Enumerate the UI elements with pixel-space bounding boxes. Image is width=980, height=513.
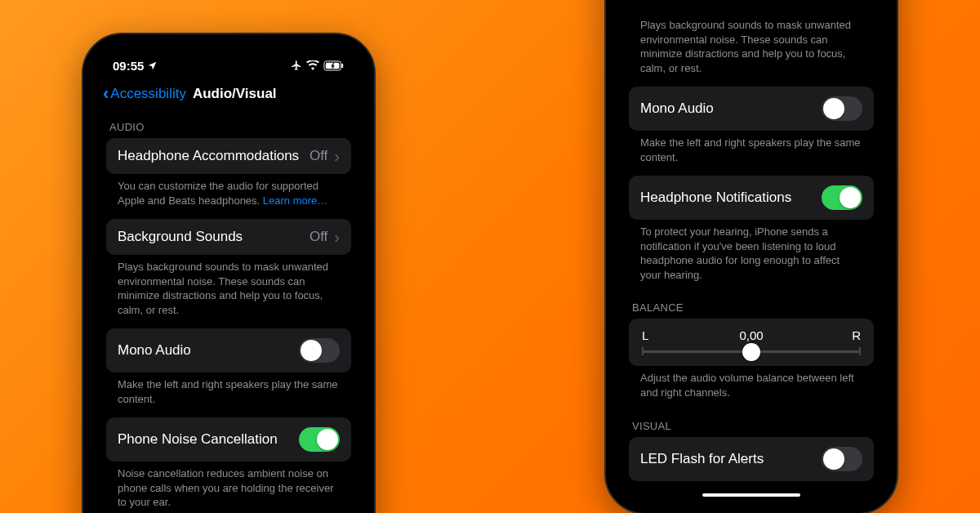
section-header-balance: BALANCE — [617, 293, 885, 319]
row-description: Plays background sounds to mask unwanted… — [617, 18, 885, 87]
row-headphone-accommodations[interactable]: Headphone Accommodations Off › — [106, 138, 351, 174]
row-background-sounds[interactable]: Background Sounds Off › — [106, 219, 351, 255]
row-label: Phone Noise Cancellation — [118, 431, 278, 448]
toggle-headphone-notifications[interactable] — [822, 185, 862, 210]
row-label: Mono Audio — [640, 100, 714, 117]
row-label: Headphone Accommodations — [118, 148, 299, 164]
row-value: Off — [310, 148, 327, 164]
balance-right-label: R — [852, 328, 861, 342]
row-mono-audio: Mono Audio — [106, 328, 351, 372]
row-phone-noise-cancellation: Phone Noise Cancellation — [106, 417, 351, 462]
row-description: Noise cancellation reduces ambient noise… — [95, 462, 363, 513]
slider-thumb[interactable] — [742, 343, 760, 361]
nav-bar: ‹ Accessibility Audio/Visual — [95, 78, 363, 113]
chevron-left-icon: ‹ — [103, 83, 109, 105]
balance-value: 0,00 — [739, 328, 763, 342]
chevron-right-icon: › — [334, 229, 340, 245]
row-mono-audio: Mono Audio — [629, 87, 874, 131]
page-title: Audio/Visual — [193, 86, 277, 102]
section-header-audio: AUDIO — [95, 113, 363, 138]
balance-left-label: L — [642, 328, 648, 342]
learn-more-link[interactable]: Learn more… — [263, 194, 327, 207]
row-label: LED Flash for Alerts — [640, 451, 764, 467]
toggle-mono-audio[interactable] — [822, 96, 862, 121]
balance-control: L 0,00 R — [629, 319, 874, 366]
row-description: Make the left and right speakers play th… — [95, 372, 363, 417]
wifi-icon — [306, 60, 319, 70]
notch — [163, 46, 294, 67]
row-label: Mono Audio — [118, 342, 191, 359]
row-value: Off — [310, 229, 327, 245]
row-description: You can customize the audio for supporte… — [95, 174, 363, 219]
toggle-noise-cancellation[interactable] — [299, 427, 340, 452]
battery-charging-icon — [323, 60, 345, 71]
row-label: Background Sounds — [118, 229, 243, 245]
section-header-visual: VISUAL — [617, 412, 885, 437]
location-arrow-icon — [147, 60, 158, 71]
status-time: 09:55 — [113, 59, 144, 73]
phone-mockup-right: Plays background sounds to mask unwanted… — [604, 0, 898, 513]
home-indicator[interactable] — [702, 493, 800, 497]
row-label: Headphone Notifications — [640, 190, 791, 206]
chevron-right-icon: › — [334, 148, 340, 164]
row-description: Plays background sounds to mask unwanted… — [95, 255, 363, 328]
back-label: Accessibility — [110, 86, 186, 102]
row-description: Adjust the audio volume balance between … — [617, 366, 885, 411]
svg-rect-1 — [341, 63, 343, 68]
row-description: To protect your hearing, iPhone sends a … — [617, 220, 885, 293]
phone-mockup-left: 09:55 ‹ Accessibility — [82, 33, 376, 513]
row-led-flash-alerts: LED Flash for Alerts — [629, 437, 874, 481]
balance-slider[interactable] — [642, 350, 861, 353]
toggle-mono-audio[interactable] — [299, 338, 340, 363]
back-button[interactable]: ‹ Accessibility — [103, 83, 186, 105]
airplane-icon — [291, 60, 302, 71]
row-description: Make the left and right speakers play th… — [617, 131, 885, 176]
toggle-led-flash[interactable] — [822, 447, 862, 471]
row-headphone-notifications: Headphone Notifications — [629, 176, 874, 220]
